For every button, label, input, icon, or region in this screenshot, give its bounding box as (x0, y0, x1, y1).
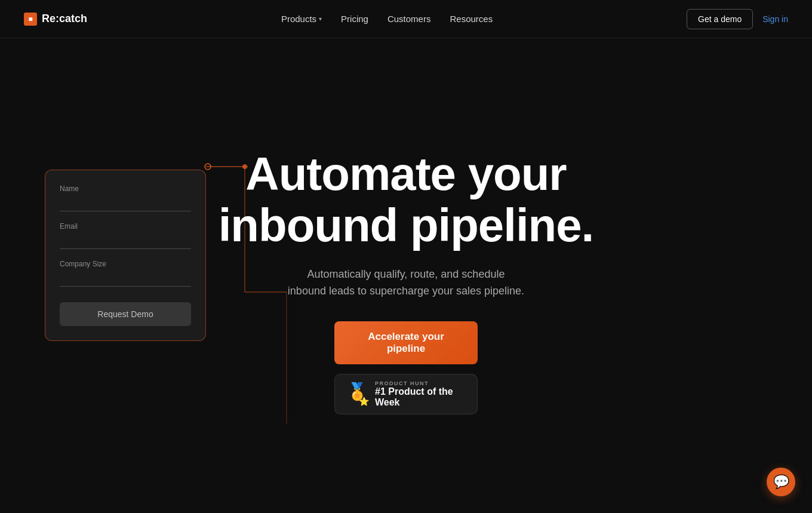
logo-text: Re:catch (42, 13, 87, 25)
chat-icon: 💬 (773, 474, 789, 490)
hero-title: Automate your inbound pipeline. (219, 149, 594, 251)
email-input[interactable] (60, 234, 191, 249)
nav-actions: Get a demo Sign in (687, 9, 788, 29)
logo-icon: ■ (24, 13, 37, 26)
demo-form-card: Name Email Company Size Request Demo (45, 170, 206, 341)
email-field: Email (60, 222, 191, 249)
nav-resources[interactable]: Resources (450, 14, 493, 24)
product-hunt-label: PRODUCT HUNT (375, 380, 465, 386)
get-demo-button[interactable]: Get a demo (687, 9, 753, 29)
sign-in-button[interactable]: Sign in (762, 14, 788, 24)
email-label: Email (60, 222, 191, 231)
nav-pricing[interactable]: Pricing (341, 14, 368, 24)
name-label: Name (60, 185, 191, 193)
name-input[interactable] (60, 196, 191, 211)
svg-point-1 (205, 164, 211, 170)
nav-links: Products ▾ Pricing Customers Resources (281, 14, 493, 24)
chat-button[interactable]: 💬 (767, 468, 795, 496)
company-size-input[interactable] (60, 272, 191, 287)
company-size-label: Company Size (60, 260, 191, 268)
hero-section: Name Email Company Size Request Demo Aut… (0, 38, 812, 513)
star-icon: ⭐ (359, 397, 369, 406)
product-hunt-text: PRODUCT HUNT #1 Product of the Week (375, 380, 465, 408)
nav-products[interactable]: Products ▾ (281, 14, 322, 24)
product-hunt-icon: 🏅 ⭐ (347, 383, 368, 405)
product-hunt-badge: 🏅 ⭐ PRODUCT HUNT #1 Product of the Week (334, 374, 478, 414)
name-field: Name (60, 185, 191, 211)
navbar: ■ Re:catch Products ▾ Pricing Customers … (0, 0, 812, 38)
logo[interactable]: ■ Re:catch (24, 13, 87, 26)
company-size-field: Company Size (60, 260, 191, 287)
nav-customers[interactable]: Customers (387, 14, 431, 24)
chevron-down-icon: ▾ (319, 16, 322, 22)
request-demo-button[interactable]: Request Demo (60, 302, 191, 326)
product-hunt-title: #1 Product of the Week (375, 386, 465, 408)
accelerate-pipeline-button[interactable]: Accelerate your pipeline (334, 321, 478, 364)
hero-subtitle: Automatically qualify, route, and schedu… (288, 266, 524, 300)
